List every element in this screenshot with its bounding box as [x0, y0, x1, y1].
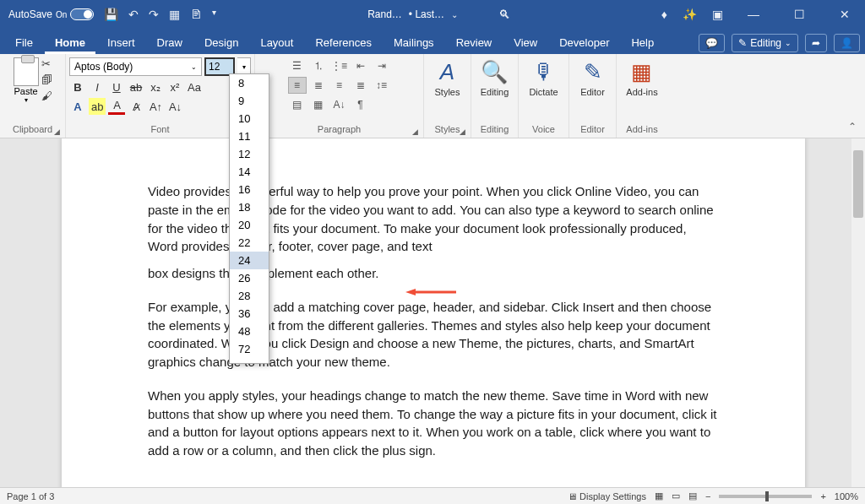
- font-size-option[interactable]: 72: [230, 340, 269, 358]
- tab-file[interactable]: File: [5, 31, 43, 54]
- font-size-option[interactable]: [230, 358, 269, 363]
- share-button[interactable]: ➦: [805, 34, 827, 52]
- font-size-option[interactable]: 20: [230, 216, 269, 234]
- cut-icon[interactable]: ✂: [41, 57, 52, 70]
- subscript-button[interactable]: x₂: [147, 79, 164, 95]
- font-size-option[interactable]: 11: [230, 127, 269, 145]
- align-right-button[interactable]: ≡: [330, 77, 349, 94]
- editor-button[interactable]: ✎Editor: [577, 57, 608, 99]
- tab-design[interactable]: Design: [194, 31, 248, 54]
- bullets-button[interactable]: ☰: [288, 57, 307, 74]
- copy-icon[interactable]: 🗐: [41, 73, 52, 86]
- autosave[interactable]: AutoSave On: [8, 8, 94, 20]
- view-print-icon[interactable]: ▦: [655, 490, 663, 501]
- font-size-option[interactable]: 24: [230, 252, 269, 269]
- scrollbar-vertical[interactable]: [851, 138, 865, 487]
- close-button[interactable]: ✕: [830, 2, 860, 27]
- italic-button[interactable]: I: [89, 79, 106, 95]
- editing-mode-button[interactable]: ✎Editing⌄: [732, 34, 798, 52]
- tab-view[interactable]: View: [503, 31, 547, 54]
- view-web-icon[interactable]: ▤: [688, 490, 697, 501]
- display-settings[interactable]: 🖥 Display Settings: [568, 491, 646, 501]
- search-icon[interactable]: 🔍︎: [498, 8, 510, 21]
- tab-mailings[interactable]: Mailings: [384, 31, 444, 54]
- present-icon[interactable]: ▣: [712, 8, 723, 21]
- clear-format-button[interactable]: A̷: [128, 98, 144, 115]
- multilevel-button[interactable]: ⋮≡: [330, 57, 349, 74]
- font-size-option[interactable]: 36: [230, 305, 269, 322]
- font-size-option[interactable]: 14: [230, 163, 269, 181]
- font-name-combo[interactable]: Aptos (Body)⌄: [69, 57, 202, 76]
- launcher-icon[interactable]: ◢: [54, 127, 60, 136]
- redo-icon[interactable]: ↷: [149, 8, 159, 21]
- paragraph[interactable]: When you apply styles, your headings cha…: [148, 387, 719, 460]
- font-size-option[interactable]: 18: [230, 198, 269, 216]
- font-size-option[interactable]: 12: [230, 145, 269, 163]
- shading-button[interactable]: ▤: [288, 96, 307, 113]
- sort-button[interactable]: A↓: [330, 96, 349, 113]
- zoom-slider[interactable]: [719, 495, 812, 498]
- wand-icon[interactable]: ✨: [683, 8, 697, 21]
- maximize-button[interactable]: ☐: [784, 2, 814, 27]
- tab-insert[interactable]: Insert: [97, 31, 145, 54]
- underline-button[interactable]: U: [108, 79, 125, 95]
- zoom-level[interactable]: 100%: [835, 491, 858, 501]
- format-painter-icon[interactable]: 🖌: [41, 89, 52, 102]
- collapse-ribbon-icon[interactable]: ⌃: [848, 121, 857, 133]
- zoom-out-button[interactable]: −: [705, 491, 710, 501]
- show-marks-button[interactable]: ¶: [351, 96, 370, 113]
- line-spacing-button[interactable]: ↕≡: [373, 77, 391, 94]
- view-read-icon[interactable]: ▭: [672, 490, 680, 501]
- change-case-button[interactable]: Aa: [186, 79, 203, 95]
- superscript-button[interactable]: x²: [166, 79, 183, 95]
- shrink-font-button[interactable]: A↓: [166, 98, 183, 115]
- highlight-button[interactable]: ab: [89, 98, 106, 115]
- qat-overflow-icon[interactable]: ▾: [212, 8, 216, 21]
- comments-button[interactable]: 💬: [699, 34, 725, 52]
- save-icon[interactable]: 💾: [104, 8, 118, 21]
- tab-review[interactable]: Review: [446, 31, 503, 54]
- share2-button[interactable]: 👤: [834, 34, 860, 52]
- align-center-button[interactable]: ≣: [309, 77, 328, 94]
- dictate-button[interactable]: 🎙Dictate: [525, 57, 561, 99]
- font-size-option[interactable]: 22: [230, 234, 269, 252]
- strike-button[interactable]: ab: [128, 79, 144, 95]
- tab-home[interactable]: Home: [45, 31, 95, 54]
- doc-dropdown-icon[interactable]: ⌄: [451, 10, 458, 19]
- font-size-option[interactable]: 9: [230, 92, 269, 110]
- justify-button[interactable]: ≣: [351, 77, 370, 94]
- text-effects-button[interactable]: A: [69, 98, 86, 115]
- font-size-option[interactable]: 48: [230, 322, 269, 340]
- editing-button[interactable]: 🔍Editing: [477, 57, 513, 99]
- paste-button[interactable]: Paste ▾: [14, 57, 39, 104]
- font-size-dropdown[interactable]: 891011121416182022242628364872: [229, 73, 269, 364]
- qat-icon2[interactable]: 🖹: [190, 8, 202, 21]
- numbering-button[interactable]: ⒈: [309, 57, 328, 74]
- tab-help[interactable]: Help: [621, 31, 664, 54]
- scrollbar-thumb[interactable]: [853, 150, 863, 218]
- font-size-option[interactable]: 16: [230, 181, 269, 198]
- document-area[interactable]: Video provides a powerful way to help yo…: [0, 138, 851, 487]
- tab-developer[interactable]: Developer: [549, 31, 619, 54]
- decrease-indent-button[interactable]: ⇤: [351, 57, 370, 74]
- autosave-toggle[interactable]: [70, 8, 94, 20]
- zoom-in-button[interactable]: +: [820, 491, 825, 501]
- font-size-option[interactable]: 8: [230, 74, 269, 92]
- launcher-icon[interactable]: ◢: [460, 127, 465, 136]
- page-indicator[interactable]: Page 1 of 3: [7, 491, 54, 501]
- font-size-option[interactable]: 10: [230, 110, 269, 127]
- font-color-button[interactable]: A: [108, 98, 125, 115]
- borders-button[interactable]: ▦: [309, 96, 328, 113]
- addins-button[interactable]: ▦Add-ins: [623, 57, 661, 99]
- tab-layout[interactable]: Layout: [250, 31, 303, 54]
- grow-font-button[interactable]: A↑: [147, 98, 164, 115]
- increase-indent-button[interactable]: ⇥: [373, 57, 391, 74]
- undo-icon[interactable]: ↶: [128, 8, 139, 21]
- minimize-button[interactable]: —: [738, 2, 769, 27]
- align-left-button[interactable]: ≡: [288, 77, 307, 94]
- diamond-icon[interactable]: ♦: [661, 8, 667, 21]
- bold-button[interactable]: B: [69, 79, 86, 95]
- tab-references[interactable]: References: [305, 31, 381, 54]
- styles-button[interactable]: AStyles: [432, 57, 464, 99]
- font-size-option[interactable]: 28: [230, 287, 269, 305]
